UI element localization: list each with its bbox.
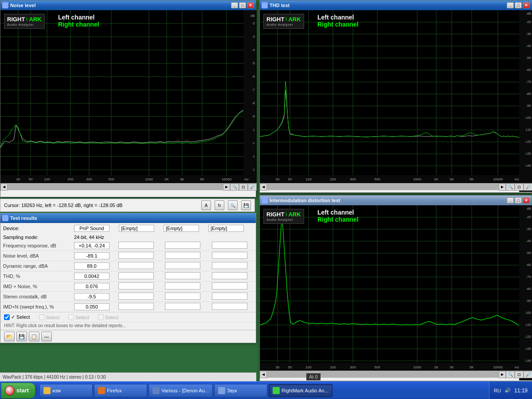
taskbar-item-various-label: Various - [Denon Au... <box>161 388 209 393</box>
imdn-swept-value: 0.050 <box>71 302 116 312</box>
imd-zoom-out[interactable]: 🔎 <box>524 371 532 378</box>
thd-close-button[interactable]: ✕ <box>523 2 530 8</box>
noise-minimize-button[interactable]: _ <box>231 2 238 8</box>
svg-text:30: 30 <box>276 365 280 369</box>
noise-close-button[interactable]: ✕ <box>247 2 254 8</box>
folder-icon <box>43 387 51 394</box>
noise-zoom-in[interactable]: 🔍 <box>230 184 239 191</box>
table-row: Dynamic range, dBA 89.0 <box>0 261 256 271</box>
svg-rect-129 <box>519 205 532 380</box>
taskbar-item-izm[interactable]: изм <box>39 384 93 397</box>
thd-maximize-button[interactable]: □ <box>515 2 522 8</box>
thd-hscroll[interactable]: ◀ ▶ 🔍 ⊡ 🔎 <box>260 183 532 190</box>
at-zero-label: At 0 <box>306 373 321 380</box>
taskbar-item-various[interactable]: Various - [Denon Au... <box>149 384 213 397</box>
volume-tray-icon: 🔊 <box>505 387 511 393</box>
taskbar-items: изм Firefox Various - [Denon Au... Звук … <box>38 382 489 399</box>
svg-text:-80: -80 <box>526 92 531 96</box>
svg-text:-80: -80 <box>526 287 531 291</box>
imd-graph-svg: dB -20 -30 -40 -50 -60 -70 -80 -90 -100 … <box>260 205 532 380</box>
imd-minimize-button[interactable]: _ <box>507 197 514 203</box>
svg-text:-2: -2 <box>252 21 255 25</box>
device-empty-2: [Empty] <box>119 225 154 232</box>
thd-title-text: THD test <box>270 3 507 8</box>
imd-zoom-fit[interactable]: ⊡ <box>515 371 524 378</box>
speaker-icon <box>218 387 225 394</box>
imd-zoom-in[interactable]: 🔍 <box>506 371 515 378</box>
svg-text:-100: -100 <box>525 311 531 314</box>
imd-close-button[interactable]: ✕ <box>523 197 530 203</box>
cursor-save-button[interactable]: 💾 <box>241 200 251 210</box>
thd-scroll-right[interactable]: ▶ <box>499 184 506 191</box>
thd-value: 0.0042 <box>71 271 116 282</box>
svg-text:-90: -90 <box>526 104 531 108</box>
svg-text:30: 30 <box>276 177 280 181</box>
noise-maximize-button[interactable]: □ <box>239 2 246 8</box>
results-title-icon <box>2 215 8 221</box>
svg-text:5K: 5K <box>200 177 204 181</box>
stereo-crosstalk-label: Stereo crosstalk, dB <box>0 292 71 302</box>
checkbox-select-3[interactable] <box>68 314 74 320</box>
checkbox-select-1[interactable] <box>4 314 10 320</box>
imd-maximize-button[interactable]: □ <box>515 197 522 203</box>
imd-scroll-right[interactable]: ▶ <box>499 371 506 378</box>
noise-zoom-out[interactable]: 🔎 <box>248 184 257 191</box>
imd-graph-area: dB -20 -30 -40 -50 -60 -70 -80 -90 -100 … <box>260 205 532 371</box>
noise-zoom-fit[interactable]: ⊡ <box>239 184 248 191</box>
taskbar-item-izm-label: изм <box>52 388 61 393</box>
noise-scroll-right[interactable]: ▶ <box>223 184 230 191</box>
imd-titlebar[interactable]: Intermodulation distortion test _ □ ✕ <box>260 196 532 205</box>
imd-scroll-left[interactable]: ◀ <box>260 371 267 378</box>
thd-zoom-in[interactable]: 🔍 <box>506 184 515 191</box>
thd-zoom-out[interactable]: 🔎 <box>524 184 532 191</box>
noise-scroll-left[interactable]: ◀ <box>0 184 8 191</box>
svg-text:200: 200 <box>330 177 336 181</box>
noise-hscroll[interactable]: ◀ ▶ 🔍 ⊡ 🔎 <box>0 183 257 190</box>
start-button[interactable]: start <box>1 383 35 399</box>
language-indicator: RU <box>494 388 501 393</box>
svg-text:10000: 10000 <box>222 177 232 181</box>
select-checkbox-3[interactable]: Select <box>68 314 89 320</box>
sampling-table: Sampling mode: 24-bit, 44 kHz <box>3 235 253 240</box>
noise-titlebar[interactable]: Noise level _ □ ✕ <box>0 0 256 10</box>
imdn-swept-empty-2 <box>162 302 209 312</box>
svg-text:-140: -140 <box>525 359 531 362</box>
svg-text:-4: -4 <box>252 48 255 52</box>
thd-scroll-track[interactable] <box>267 184 499 190</box>
svg-text:Hz: Hz <box>244 177 249 181</box>
save-button[interactable]: 💾 <box>16 332 27 341</box>
imd-channel-labels: Left channel Right channel <box>317 209 359 223</box>
svg-text:Hz: Hz <box>515 365 519 369</box>
thd-scroll-left[interactable]: ◀ <box>260 184 267 191</box>
svg-text:10000: 10000 <box>493 365 503 369</box>
table-row: Noise level, dBA -89.1 <box>0 251 256 261</box>
svg-text:2K: 2K <box>164 177 169 181</box>
svg-text:2K: 2K <box>434 177 438 181</box>
copy-button[interactable]: 📋 <box>29 332 39 341</box>
noise-scroll-track[interactable] <box>8 184 223 190</box>
select-checkbox-1[interactable]: ✓ Select <box>4 314 30 320</box>
cursor-font-button[interactable]: A <box>201 200 211 210</box>
checkbox-select-2[interactable] <box>39 314 45 320</box>
select-checkbox-2[interactable]: Select <box>39 314 60 320</box>
cursor-refresh-button[interactable]: ↻ <box>215 200 224 210</box>
select-checkbox-4[interactable]: Select <box>98 314 119 320</box>
svg-text:100: 100 <box>305 177 312 181</box>
thd-zoom-fit[interactable]: ⊡ <box>515 184 524 191</box>
taskbar-item-rightmark[interactable]: RightMark Audio An... <box>269 384 332 397</box>
thd-titlebar[interactable]: THD test _ □ ✕ <box>260 0 532 10</box>
cursor-search-button[interactable]: 🔍 <box>228 200 238 210</box>
svg-text:-9: -9 <box>252 114 255 118</box>
checkbox-select-4[interactable] <box>98 314 104 320</box>
svg-text:-130: -130 <box>525 152 531 155</box>
svg-text:dB: dB <box>527 207 531 211</box>
results-titlebar[interactable]: Test results <box>0 213 256 223</box>
taskbar-item-firefox[interactable]: Firefox <box>94 384 147 397</box>
open-button[interactable]: 📂 <box>4 332 15 341</box>
thd-minimize-button[interactable]: _ <box>507 2 514 8</box>
minus-button[interactable]: — <box>41 332 52 341</box>
imd-hscroll[interactable]: ◀ ▶ 🔍 ⊡ 🔎 <box>260 371 532 378</box>
imd-scroll-track[interactable] <box>267 371 499 378</box>
svg-text:3K: 3K <box>450 177 454 181</box>
taskbar-item-sound[interactable]: Звук <box>214 384 267 397</box>
